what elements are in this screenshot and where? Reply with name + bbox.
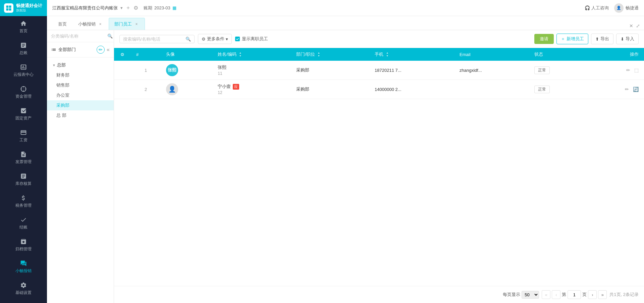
next-page-button[interactable]: › xyxy=(588,290,597,299)
sidebar-item-checkout[interactable]: 结账 xyxy=(0,212,47,234)
dept-label-sales: 销售部 xyxy=(56,82,69,88)
tab-employee[interactable]: 部门员工 × xyxy=(109,18,145,30)
dept-search-input[interactable] xyxy=(51,34,107,39)
row1-name-cell: 张熙 11 xyxy=(212,61,291,80)
sort-name[interactable]: ▲▼ xyxy=(239,52,241,57)
sidebar-item-expense[interactable]: 小畅报销 xyxy=(0,256,47,278)
last-page-button[interactable]: » xyxy=(598,290,607,299)
col-dept[interactable]: 部门/职位 ▲▼ xyxy=(291,48,369,61)
add-label: 新增员工 xyxy=(567,36,584,42)
collapse-dept-button[interactable]: « xyxy=(107,47,110,53)
service-button[interactable]: 🎧 人工咨询 xyxy=(585,5,609,11)
first-page-button[interactable]: « xyxy=(542,290,550,299)
row2-status: 正常 xyxy=(529,80,588,99)
col-action: 操作 xyxy=(588,48,644,61)
export-button[interactable]: ⬆ 导出 xyxy=(591,34,613,44)
col-status: 状态 xyxy=(529,48,588,61)
filter-button[interactable]: ⚙ 更多条件 ▾ xyxy=(198,34,232,44)
row1-status: 正常 xyxy=(529,61,588,80)
sidebar-label-invoice: 发票管理 xyxy=(15,159,32,165)
dept-item-purchase[interactable]: 采购部 xyxy=(47,100,114,110)
col-email: Email xyxy=(454,48,529,61)
all-dept-label[interactable]: 全部部门 xyxy=(51,47,76,53)
sidebar-label-ledger: 总账 xyxy=(19,50,28,56)
dept-header: 全部部门 ✏ « xyxy=(47,42,114,57)
row2-name-cell: 宁小壹 应 12 xyxy=(212,80,291,99)
period-selector[interactable]: 账期 2023-03 ▦ xyxy=(144,5,176,11)
invite-button[interactable]: 邀请 xyxy=(534,34,554,44)
sidebar-item-tax[interactable]: 税务管理 xyxy=(0,191,47,212)
row1-login-icon[interactable]: ⬚ xyxy=(634,67,639,73)
row1-actions: ✏ ⬚ xyxy=(588,61,644,80)
maximize-window-button[interactable]: ⤢ xyxy=(635,22,641,30)
tab-employee-close[interactable]: × xyxy=(134,21,139,27)
employee-search-icon[interactable]: 🔍 xyxy=(185,37,191,42)
prev-page-button[interactable]: ‹ xyxy=(552,290,560,299)
col-settings[interactable]: ⚙ xyxy=(114,48,131,61)
sidebar-label-fund: 资金管理 xyxy=(15,94,32,99)
employee-tbody: 1 张熙 张熙 11 采购部 xyxy=(114,61,644,99)
sidebar-item-archive[interactable]: 归档管理 xyxy=(0,234,47,256)
sort-dept[interactable]: ▲▼ xyxy=(317,52,320,57)
tabs-bar: 首页 小畅报销 × 部门员工 × ✕ ⤢ xyxy=(47,16,644,30)
sidebar: 首页 总账 云报表中心 资金管理 固定资产 工资 发票管理 库存核算 xyxy=(0,16,47,303)
close-window-button[interactable]: ✕ xyxy=(628,22,635,30)
add-dept-button[interactable]: ✏ xyxy=(97,46,105,54)
col-num: # xyxy=(131,48,161,61)
toolbar-right: 邀请 ＋ 新增员工 ⬆ 导出 ⬇ 导入 xyxy=(534,34,639,44)
settings-icon[interactable]: ⚙ xyxy=(133,5,138,11)
dept-label-hq: 总部 xyxy=(57,62,66,68)
row2-delete-icon[interactable]: 🔄 xyxy=(633,87,639,92)
row1-settings xyxy=(114,61,131,80)
svg-rect-1 xyxy=(9,5,11,8)
row1-phone: 18720211 7... xyxy=(369,61,454,80)
company-selector[interactable]: 江西服宝精品有限责任公司内账张 ▾ xyxy=(52,5,123,11)
company-dropdown-icon[interactable]: ▾ xyxy=(120,5,123,10)
add-employee-button[interactable]: ＋ 新增员工 xyxy=(556,34,588,44)
sidebar-item-ledger[interactable]: 总账 xyxy=(0,38,47,60)
dept-item-sales[interactable]: 销售部 xyxy=(47,80,114,90)
sidebar-item-wage[interactable]: 工资 xyxy=(0,125,47,147)
svg-rect-0 xyxy=(6,5,9,8)
sidebar-item-guide[interactable]: 新手引导 xyxy=(0,300,47,303)
col-name[interactable]: 姓名/编码 ▲▼ xyxy=(212,48,291,61)
sidebar-item-inventory[interactable]: 库存核算 xyxy=(0,169,47,191)
dept-panel: 🔍 全部部门 ✏ « ▼ 总部 xyxy=(47,30,114,303)
tab-home[interactable]: 首页 xyxy=(52,18,72,30)
sidebar-item-invoice[interactable]: 发票管理 xyxy=(0,147,47,169)
sidebar-item-home[interactable]: 首页 xyxy=(0,16,47,38)
add-company-button[interactable]: ＋ xyxy=(125,4,131,11)
row2-edit-icon[interactable]: ✏ xyxy=(625,87,629,92)
tab-expense[interactable]: 小畅报销 × xyxy=(72,18,109,30)
col-avatar: 头像 xyxy=(161,48,212,61)
dept-search-icon[interactable]: 🔍 xyxy=(107,34,113,39)
sidebar-item-basic[interactable]: 基础设置 xyxy=(0,278,47,300)
main-layout: 首页 总账 云报表中心 资金管理 固定资产 工资 发票管理 库存核算 xyxy=(0,16,644,303)
sort-phone[interactable]: ▲▼ xyxy=(386,52,389,57)
sidebar-item-fund[interactable]: 资金管理 xyxy=(0,82,47,103)
show-resigned-checkbox[interactable] xyxy=(235,37,240,41)
sidebar-item-asset[interactable]: 固定资产 xyxy=(0,103,47,125)
dept-item-hq[interactable]: ▼ 总部 xyxy=(47,60,114,70)
row1-edit-icon[interactable]: ✏ xyxy=(626,67,630,73)
tab-expense-close[interactable]: × xyxy=(98,21,103,27)
row2-status-badge: 正常 xyxy=(534,86,550,93)
dept-item-office[interactable]: 办公室 xyxy=(47,90,114,100)
logo-icon xyxy=(4,3,13,13)
col-phone[interactable]: 手机 ▲▼ xyxy=(369,48,454,61)
sidebar-label-report: 云报表中心 xyxy=(13,72,34,78)
sidebar-item-report[interactable]: 云报表中心 xyxy=(0,60,47,82)
dept-search-area: 🔍 xyxy=(47,30,114,42)
dept-label-office: 办公室 xyxy=(56,92,69,98)
page-input[interactable] xyxy=(568,290,581,299)
per-page-select[interactable]: 10 20 50 100 xyxy=(522,291,539,299)
employee-data-table: ⚙ # 头像 姓名/编码 ▲▼ 部门/职位 ▲▼ xyxy=(114,48,644,99)
dept-item-finance[interactable]: 财务部 xyxy=(47,70,114,80)
show-resigned-toggle[interactable]: 显示离职员工 xyxy=(235,36,268,42)
user-menu[interactable]: 👤 畅捷通 xyxy=(614,3,639,13)
import-button[interactable]: ⬇ 导入 xyxy=(616,34,639,44)
employee-search-input[interactable] xyxy=(123,37,183,42)
row2-dept: 采购部 xyxy=(291,80,369,99)
dept-item-general[interactable]: 总 部 xyxy=(47,110,114,120)
calendar-icon[interactable]: ▦ xyxy=(172,5,176,10)
